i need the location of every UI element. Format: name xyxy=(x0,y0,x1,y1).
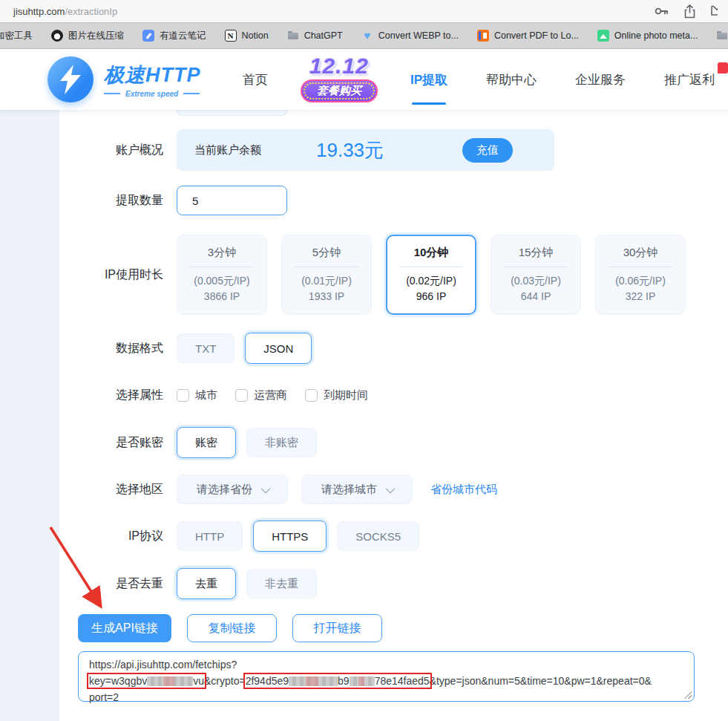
api-url-line2: key=w3qgbvvu&crypto=2f94d5e9b978e14faed5… xyxy=(89,673,683,689)
bookmark-label: Notion xyxy=(242,30,269,41)
auth-label: 是否账密 xyxy=(59,435,163,451)
format-option-json-selected[interactable]: JSON xyxy=(245,333,312,364)
dedupe-option-no[interactable]: 非去重 xyxy=(246,569,317,598)
nav-item-home[interactable]: 首页 xyxy=(223,71,287,88)
promo-banner-1212[interactable]: 12.12 套餐购买 xyxy=(298,56,381,102)
bookmark-item[interactable]: Online photo meta... xyxy=(597,30,698,42)
photo-green-icon xyxy=(597,30,609,42)
bookmark-label: ChatGPT xyxy=(304,30,343,41)
bookmark-item[interactable]: NNotion xyxy=(225,30,269,42)
promo-date: 12.12 xyxy=(298,53,381,79)
bookmark-item[interactable]: 加密工具 xyxy=(0,30,33,42)
api-url-textarea[interactable]: https://api.jisuhttp.com/fetchips? key=w… xyxy=(78,651,695,702)
censored-crypto-segment xyxy=(350,676,375,686)
nav-item-ip-extract[interactable]: IP提取 xyxy=(391,71,467,88)
protocol-option-http[interactable]: HTTP xyxy=(177,521,243,551)
region-label: 选择地区 xyxy=(59,482,163,497)
panda-icon xyxy=(51,30,63,42)
red-annotation-arrow xyxy=(43,520,117,624)
bookmark-label: Convert PDF to Lo... xyxy=(494,30,579,41)
api-url-line3: port=2 xyxy=(89,689,683,705)
bookmark-item[interactable]: 图片在线压缩 xyxy=(51,30,124,42)
bookmark-item[interactable]: 有道云笔记 xyxy=(142,30,206,42)
cutoff-element-above xyxy=(177,110,287,116)
checkbox-icon[interactable] xyxy=(305,389,318,402)
attr-checkbox-isp[interactable]: 运营商 xyxy=(235,388,287,402)
main-nav: 首页 12.12 套餐购买 IP提取 帮助中心 企业服务 推广返利 xyxy=(223,56,724,102)
checkbox-icon[interactable] xyxy=(235,389,248,402)
balance-label: 当前账户余额 xyxy=(194,143,261,157)
format-option-txt[interactable]: TXT xyxy=(177,333,235,363)
recharge-button[interactable]: 充值 xyxy=(462,138,513,163)
bookmark-label: 加密工具 xyxy=(0,30,33,42)
province-city-code-link[interactable]: 省份城市代码 xyxy=(430,483,497,497)
quantity-label: 提取数量 xyxy=(59,193,163,209)
dedupe-option-yes-selected[interactable]: 去重 xyxy=(177,568,236,599)
duration-options: 3分钟 (0.005元/IP) 3866 IP 5分钟 (0.01元/IP) 1… xyxy=(177,235,686,315)
password-key-icon[interactable] xyxy=(655,7,669,16)
api-url-line1: https://api.jisuhttp.com/fetchips? xyxy=(89,656,683,673)
duration-card-30min[interactable]: 30分钟 (0.06元/IP) 322 IP xyxy=(595,235,686,315)
duration-card-3min[interactable]: 3分钟 (0.005元/IP) 3866 IP xyxy=(177,235,267,315)
bookmark-label: 有道云笔记 xyxy=(160,30,206,42)
bookmark-item[interactable]: ♥Convert WEBP to... xyxy=(361,30,459,42)
share-icon[interactable] xyxy=(684,4,695,19)
key-highlight-box: key=w3qgbvvu xyxy=(89,675,204,687)
crypto-highlight-box: 2f94d5e9b978e14faed5 xyxy=(246,675,430,687)
auth-option-no-credentials[interactable]: 非账密 xyxy=(246,428,317,457)
protocol-option-https-selected[interactable]: HTTPS xyxy=(253,521,327,552)
bookmark-item[interactable]: ChatGPT xyxy=(287,30,343,42)
bookmark-item[interactable]: Convert PDF to Lo... xyxy=(477,30,579,42)
logo-subtitle: Extreme speed xyxy=(104,90,201,98)
open-link-button[interactable]: 打开链接 xyxy=(292,614,382,642)
format-label: 数据格式 xyxy=(59,341,163,356)
checkbox-icon[interactable] xyxy=(177,389,189,402)
bookmark-item[interactable]: Relakkes xyxy=(716,30,728,42)
textarea-resize-handle[interactable] xyxy=(684,691,692,699)
account-overview-label: 账户概况 xyxy=(59,143,163,158)
pen-blue-icon xyxy=(142,30,154,42)
url-path: /extractionIp xyxy=(65,6,117,17)
duration-card-5min[interactable]: 5分钟 (0.01元/IP) 1933 IP xyxy=(281,235,372,315)
bookmarks-bar: 加密工具 图片在线压缩 有道云笔记 NNotion ChatGPT ♥Conve… xyxy=(0,22,728,49)
clipped-toolbar-icon[interactable] xyxy=(710,5,718,17)
censored-key-segment xyxy=(147,676,193,686)
site-logo[interactable]: 极速HTTP Extreme speed xyxy=(47,56,201,102)
duration-card-15min[interactable]: 15分钟 (0.03元/IP) 644 IP xyxy=(491,235,581,315)
protocol-option-socks5[interactable]: SOCKS5 xyxy=(337,521,419,551)
censored-crypto-segment xyxy=(289,676,338,686)
nav-item-enterprise[interactable]: 企业服务 xyxy=(556,71,645,88)
pdf-orange-icon xyxy=(477,30,489,42)
hot-badge-icon xyxy=(718,62,728,74)
heart-blue-icon: ♥ xyxy=(361,30,373,42)
browser-url-bar: jisuhttp.com/extractionIp xyxy=(0,0,728,22)
bookmark-label: Online photo meta... xyxy=(614,30,698,41)
lightning-logo-icon xyxy=(47,56,94,102)
copy-link-button[interactable]: 复制链接 xyxy=(187,614,277,642)
balance-value: 19.33元 xyxy=(316,137,384,163)
page-content: 账户概况 当前账户余额 19.33元 充值 提取数量 IP使用时长 3分钟 (0… xyxy=(0,110,728,721)
attr-checkbox-city[interactable]: 城市 xyxy=(177,388,217,402)
url-text[interactable]: jisuhttp.com/extractionIp xyxy=(13,6,117,17)
duration-label: IP使用时长 xyxy=(59,267,163,283)
balance-panel: 当前账户余额 19.33元 充值 xyxy=(177,129,554,171)
attr-checkbox-expiry[interactable]: 到期时间 xyxy=(305,388,368,402)
site-header: 极速HTTP Extreme speed 首页 12.12 套餐购买 IP提取 … xyxy=(0,49,728,110)
city-select[interactable]: 请选择城市 xyxy=(301,474,413,504)
quantity-input[interactable] xyxy=(177,186,287,215)
url-domain: jisuhttp.com xyxy=(13,6,65,17)
bookmark-label: Convert WEBP to... xyxy=(378,30,459,41)
logo-title: 极速HTTP xyxy=(104,62,201,88)
folder-icon xyxy=(287,30,299,42)
nav-item-promotion-rebate[interactable]: 推广返利 xyxy=(645,71,724,88)
province-select[interactable]: 请选择省份 xyxy=(177,474,288,504)
active-tab-underline xyxy=(412,102,446,105)
nav-item-help-center[interactable]: 帮助中心 xyxy=(467,71,556,88)
notion-icon: N xyxy=(225,30,237,42)
auth-option-credentials-selected[interactable]: 账密 xyxy=(177,427,236,458)
chevron-down-icon xyxy=(386,483,396,493)
promo-pill: 套餐购买 xyxy=(301,79,378,102)
folder-icon xyxy=(716,30,728,42)
chevron-down-icon xyxy=(261,483,271,493)
duration-card-10min-selected[interactable]: 10分钟 (0.02元/IP) 966 IP xyxy=(386,235,476,315)
